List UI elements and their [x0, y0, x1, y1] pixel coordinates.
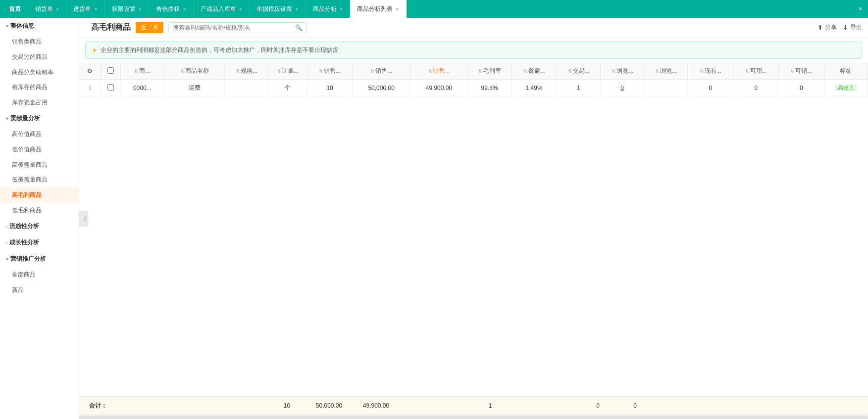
- sidebar-item-all-goods[interactable]: 全部商品: [0, 267, 79, 282]
- sidebar-item-high-value[interactable]: 高价值商品: [0, 127, 79, 142]
- sidebar-group-trend[interactable]: › 流趋性分析: [0, 218, 79, 234]
- search-input[interactable]: [173, 24, 293, 31]
- sidebar-group-growth[interactable]: › 成长性分析: [0, 234, 79, 251]
- sidebar-item-sales-goods[interactable]: 销售类商品: [0, 34, 79, 49]
- col-transactions[interactable]: ⇅交易...: [557, 63, 600, 80]
- nav-label-purchase: 进货单: [73, 5, 91, 13]
- cell-stock-available: 0: [733, 80, 779, 96]
- col-name[interactable]: ⇅商品名称: [164, 63, 224, 80]
- sidebar-group-growth-label: 成长性分析: [9, 238, 39, 247]
- export-btn[interactable]: ⬇ 导出: [843, 23, 862, 32]
- cell-sales-amount: 50,000.00: [353, 80, 410, 96]
- cell-gross-rate: 99.8%: [468, 80, 511, 96]
- close-purchase-tab[interactable]: ×: [94, 6, 97, 12]
- nav-label-analysis-list: 商品分析列表: [357, 5, 393, 13]
- cell-name: 运费: [164, 80, 224, 96]
- nav-label-sales: 销货单: [35, 5, 53, 13]
- nav-label-analysis: 商品分析: [313, 5, 337, 13]
- nav-tab-purchase[interactable]: 进货单 ×: [66, 0, 104, 18]
- sidebar-item-new-goods[interactable]: 新品: [0, 282, 79, 298]
- bottom-scrollbar[interactable]: [79, 414, 868, 419]
- close-analysis-list-tab[interactable]: ×: [396, 6, 399, 12]
- col-stock-available[interactable]: ⇅可用...: [733, 63, 779, 80]
- cell-checkbox[interactable]: [101, 80, 120, 96]
- sidebar-item-category-rate[interactable]: 商品分类助销率: [0, 65, 79, 80]
- close-inbound-tab[interactable]: ×: [239, 6, 242, 12]
- col-settings[interactable]: ⚙: [79, 63, 101, 80]
- nav-tab-sales[interactable]: 销货单 ×: [28, 0, 66, 18]
- footer-sales-qty: 10: [268, 402, 306, 409]
- nav-tab-template[interactable]: 单据模板设置 ×: [250, 0, 306, 18]
- nav-label-permission: 权限设置: [112, 5, 136, 13]
- share-icon: ⬆: [817, 24, 823, 31]
- main-layout: ▾ 整体信息 销售类商品 交易过的商品 商品分类助销率 有库存的商品 库存资金占…: [0, 18, 868, 419]
- info-banner-text: 企业的主要的利润都是这部分商品创造的，可考虑加大推广，同时关注库存是不要出现缺货: [101, 46, 338, 54]
- data-table: ⚙ ⇅商... ⇅商品名称 ⇅规格...: [79, 63, 868, 96]
- col-tag[interactable]: 标签: [824, 63, 868, 80]
- close-analysis-tab[interactable]: ×: [340, 6, 343, 12]
- col-stock-sellable[interactable]: ⇅可销...: [778, 63, 824, 80]
- sidebar-item-low-value[interactable]: 低价值商品: [0, 142, 79, 157]
- close-template-tab[interactable]: ×: [295, 6, 298, 12]
- col-gross-rate[interactable]: ⇅毛利率: [468, 63, 511, 80]
- nav-tab-role[interactable]: 角色授权 ×: [149, 0, 193, 18]
- col-unit[interactable]: ⇅计量...: [268, 63, 307, 80]
- export-icon: ⬇: [843, 24, 848, 31]
- cell-code: 0000...: [120, 80, 164, 96]
- col-views1[interactable]: ⇅浏览...: [601, 63, 644, 80]
- nav-tab-analysis-list[interactable]: 商品分析列表 ×: [350, 0, 406, 18]
- col-checkbox[interactable]: [101, 63, 120, 80]
- sidebar-item-traded-goods[interactable]: 交易过的商品: [0, 49, 79, 65]
- col-coverage[interactable]: ⇅覆盖...: [511, 63, 557, 80]
- cell-views2: [644, 80, 688, 96]
- nav-tab-permission[interactable]: 权限设置 ×: [105, 0, 149, 18]
- collapse-arrow-overall: ▾: [6, 23, 8, 29]
- row-checkbox[interactable]: [107, 84, 114, 91]
- cell-views1[interactable]: 0: [601, 80, 644, 96]
- table-row: 1 0000... 运费 个 10 50,000.00 49,900.00 99…: [79, 80, 868, 96]
- sidebar-item-high-coverage[interactable]: 高覆盖量商品: [0, 157, 79, 173]
- tag-badge: 高收入: [835, 84, 857, 91]
- search-icon[interactable]: 🔍: [295, 24, 303, 31]
- sidebar-group-overall[interactable]: ▾ 整体信息: [0, 18, 79, 34]
- col-sales-qty[interactable]: ⇅销售...: [307, 63, 353, 80]
- nav-tab-inbound[interactable]: 产成品入库单 ×: [194, 0, 250, 18]
- sidebar-item-high-margin[interactable]: 高毛利商品: [0, 187, 79, 203]
- sidebar-group-marketing[interactable]: ▾ 营销推广分析: [0, 251, 79, 267]
- close-permission-tab[interactable]: ×: [139, 6, 142, 12]
- cell-num: 1: [79, 80, 101, 96]
- col-views2[interactable]: ⇅浏览...: [644, 63, 688, 80]
- sidebar-group-overall-label: 整体信息: [10, 22, 34, 30]
- select-all-checkbox[interactable]: [107, 67, 114, 74]
- table-header-row: ⚙ ⇅商... ⇅商品名称 ⇅规格...: [79, 63, 868, 80]
- close-role-tab[interactable]: ×: [183, 6, 186, 12]
- sidebar-group-contribution[interactable]: ▾ 贡献量分析: [0, 110, 79, 127]
- nav-tab-analysis[interactable]: 商品分析 ×: [306, 0, 350, 18]
- sidebar-item-in-stock[interactable]: 有库存的商品: [0, 80, 79, 95]
- nav-label-role: 角色授权: [156, 5, 180, 13]
- content-area: 《 高毛利商品 近一月 🔍 ⬆ 分享 ⬇ 导出 ✦ 企: [79, 18, 868, 419]
- search-box[interactable]: 🔍: [168, 22, 307, 33]
- sidebar-collapse-btn[interactable]: 《: [79, 210, 88, 227]
- share-btn[interactable]: ⬆ 分享: [817, 23, 837, 32]
- window-close-btn[interactable]: ×: [859, 5, 866, 12]
- collapse-arrow-marketing: ▾: [6, 256, 8, 262]
- col-spec[interactable]: ⇅规格...: [225, 63, 268, 80]
- sidebar-item-low-margin[interactable]: 低毛利商品: [0, 203, 79, 218]
- sidebar-item-low-coverage[interactable]: 低覆盖量商品: [0, 172, 79, 187]
- content-header: 高毛利商品 近一月 🔍 ⬆ 分享 ⬇ 导出: [79, 18, 868, 38]
- nav-label-home: 首页: [9, 5, 21, 13]
- sidebar-group-contribution-label: 贡献量分析: [10, 114, 40, 123]
- col-stock-current[interactable]: ⇅现有...: [688, 63, 733, 80]
- nav-tab-home[interactable]: 首页: [2, 0, 28, 18]
- sidebar-item-stock-capital[interactable]: 库存资金占用: [0, 95, 79, 110]
- cell-tag: 高收入: [824, 80, 868, 96]
- filter-period-btn[interactable]: 近一月: [136, 22, 163, 33]
- col-sales-profit[interactable]: ⇅销售...: [410, 63, 467, 80]
- collapse-arrow-contribution: ▾: [6, 116, 8, 121]
- nav-label-inbound: 产成品入库单: [201, 5, 236, 13]
- cell-sales-qty: 10: [307, 80, 353, 96]
- col-sales-amount[interactable]: ⇅销售...: [353, 63, 410, 80]
- close-sales-tab[interactable]: ×: [56, 6, 59, 12]
- col-code[interactable]: ⇅商...: [120, 63, 164, 80]
